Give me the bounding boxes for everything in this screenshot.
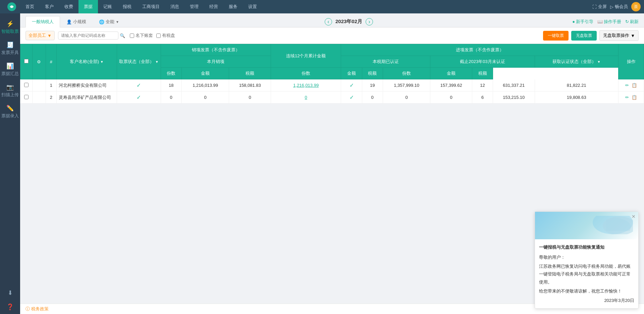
row-tax1-cell: 0	[229, 91, 271, 104]
doc-icon[interactable]: 📋	[632, 95, 637, 100]
select-all-checkbox[interactable]	[24, 59, 29, 63]
nav-operation[interactable]: 经营	[204, 0, 223, 13]
chevron-down-icon: ▼	[116, 20, 119, 24]
row-customer-cell: 河北柯擦桥实业有限公司	[57, 79, 117, 91]
row-amount1-cell: 1,216,013.99	[181, 79, 229, 91]
taxbox-checkbox[interactable]	[156, 34, 161, 38]
search-input[interactable]	[58, 32, 118, 40]
row-checkbox-1[interactable]	[24, 95, 29, 99]
row-customer-cell: 灵寿县尚泽矿产品有限公司	[57, 91, 117, 104]
notification-body: 一键报税与无盘取票功能恢复通知 尊敬的用户： 江苏政务网已恢复访问电子税务局功能…	[535, 239, 638, 308]
nav-invoice[interactable]: 票据	[78, 0, 98, 13]
tab-small-scale[interactable]: 👤 小规模	[60, 16, 93, 27]
svg-point-1	[11, 6, 13, 8]
sidebar-item-summary[interactable]: 📊 票据汇总	[0, 59, 20, 80]
nav-fee[interactable]: 收费	[59, 0, 78, 13]
row-cert-status-cell: ✓	[341, 79, 362, 91]
row-cert-status-cell: ✓	[341, 91, 362, 104]
edit-icon[interactable]: ✏	[625, 95, 629, 100]
nav-manage[interactable]: 管理	[184, 0, 204, 13]
nav-client[interactable]: 客户	[40, 0, 59, 13]
notification-greeting: 尊敬的用户：	[539, 253, 634, 261]
one-click-ticket-btn[interactable]: 一键取票	[543, 31, 569, 41]
invoice-icon: 🧾	[6, 41, 14, 49]
header-tax2: 税额	[362, 68, 383, 79]
period-selector: ‹ 2023年02月 ›	[125, 18, 572, 25]
take-status-icon: ✓	[137, 95, 141, 100]
employee-filter[interactable]: 全部员工 ▼	[25, 31, 55, 40]
row-take-status-cell: ✓	[117, 79, 161, 91]
row-count2-cell: 19	[362, 79, 383, 91]
cert-filter-icon[interactable]: ▼	[597, 60, 601, 64]
nav-right-actions: ⛶ 全屏 ▷ 畅会员 茶	[592, 2, 641, 11]
taxbox-checkbox-label[interactable]: 有税盘	[156, 33, 175, 39]
fullscreen-btn[interactable]: ⛶ 全屏	[592, 4, 607, 10]
header-amount2: 金额	[341, 68, 362, 79]
guide-icon: ●	[572, 19, 575, 24]
nav-message[interactable]: 消息	[165, 0, 184, 13]
entry-icon: ✏️	[6, 105, 14, 112]
scan-icon: 📷	[6, 83, 14, 91]
account-checkbox-label[interactable]: 名下账套	[130, 33, 153, 39]
header-checkbox-col	[20, 44, 33, 79]
notification-popup: ✕ 一键报税与无盘取票功能恢复通知 尊敬的用户： 江苏政务网已恢复访问电子税务局…	[535, 211, 639, 309]
sidebar-item-invoice-open[interactable]: 🧾 发票开具	[0, 38, 20, 59]
period-prev-btn[interactable]: ‹	[325, 18, 332, 25]
row-tax3-cell: 19,808.63	[535, 91, 618, 104]
nav-settings[interactable]: 设置	[243, 0, 262, 13]
take-status-icon: ✓	[137, 82, 141, 88]
sidebar-item-scan[interactable]: 📷 扫描上传	[0, 80, 20, 101]
period-text: 2023年02月	[335, 18, 362, 25]
status-filter-icon[interactable]: ▼	[155, 60, 159, 64]
vip-icon: ▷	[610, 4, 613, 9]
sidebar-item-download[interactable]: ⬇	[6, 286, 14, 300]
table-row: 1 河北柯擦桥实业有限公司 ✓ 18 1,216,013.99 158,081.…	[20, 79, 644, 91]
nav-business[interactable]: 工商项目	[137, 0, 165, 13]
refresh-btn[interactable]: ↻ 刷新	[625, 19, 639, 25]
top-navigation: 首页 客户 收费 票据 记账 报税 工商项目 消息 管理 经营 服务 设置 ⛶ …	[0, 0, 644, 13]
user-avatar[interactable]: 茶	[631, 2, 641, 11]
nav-bookkeeping[interactable]: 记账	[98, 0, 117, 13]
header-consecutive12: 连续12个月累计金额	[271, 44, 341, 68]
tab-general-taxpayer[interactable]: 一般纳税人	[25, 16, 60, 27]
header-tax1: 税额	[229, 68, 271, 79]
nav-tax[interactable]: 报税	[117, 0, 137, 13]
search-box: 🔍	[58, 32, 126, 40]
nav-service[interactable]: 服务	[223, 0, 243, 13]
notification-content[interactable]: 尊敬的用户： 江苏政务网已恢复访问电子税务局功能，易代账一键登陆电子税务局与无盘…	[539, 253, 634, 304]
manual-btn[interactable]: 📖 操作手册	[597, 19, 621, 25]
sidebar-item-smart-ticket[interactable]: ⚡ 智能取票	[0, 17, 20, 38]
header-no: #	[46, 44, 56, 79]
header-amount3: 金额	[430, 68, 472, 79]
chevron-down-icon: ▼	[47, 33, 52, 38]
doc-icon[interactable]: 📋	[632, 83, 637, 88]
sidebar-item-help[interactable]: ❓	[6, 300, 14, 314]
row-tax3-cell: 81,822.21	[535, 79, 618, 91]
filter-icon[interactable]: ▼	[100, 60, 104, 64]
new-guide-btn[interactable]: ● 新手引导	[572, 19, 593, 25]
row-settings-cell	[33, 79, 46, 91]
consecutive12-link[interactable]: 1,216,013.99	[293, 83, 319, 88]
account-checkbox[interactable]	[130, 34, 134, 38]
period-next-btn[interactable]: ›	[366, 18, 373, 25]
manual-icon: 📖	[597, 19, 603, 24]
toolbar: 全部员工 ▼ 🔍 名下账套 有税盘 一键取票 无盘取票 无盘取票操作 ▼	[20, 27, 644, 44]
nav-home[interactable]: 首页	[20, 0, 40, 13]
row-count3-cell: 6	[472, 91, 493, 104]
header-count1: 份数	[161, 68, 181, 79]
tab-all[interactable]: 🌐 全能 ▼	[93, 16, 125, 27]
toolbar-right: 一键取票 无盘取票 无盘取票操作 ▼	[543, 30, 639, 41]
diskless-ticket-btn[interactable]: 无盘取票	[571, 31, 597, 41]
consecutive12-link[interactable]: 0	[305, 95, 307, 100]
vip-btn[interactable]: ▷ 畅会员	[610, 4, 628, 10]
row-checkbox-0[interactable]	[24, 83, 29, 87]
row-count1-cell: 0	[161, 91, 181, 104]
notification-close-btn[interactable]: ✕	[632, 214, 636, 219]
row-checkbox-cell	[20, 79, 33, 91]
search-button[interactable]: 🔍	[118, 32, 126, 40]
edit-icon[interactable]: ✏	[625, 83, 629, 88]
header-sales-invoice: 销项发票（不含作废票）	[161, 44, 271, 56]
diskless-operations-dropdown[interactable]: 无盘取票操作 ▼	[599, 30, 639, 41]
sidebar-item-entry[interactable]: ✏️ 票据录入	[0, 101, 20, 122]
tax-policy-link[interactable]: ⓘ 税务政策	[25, 306, 49, 312]
